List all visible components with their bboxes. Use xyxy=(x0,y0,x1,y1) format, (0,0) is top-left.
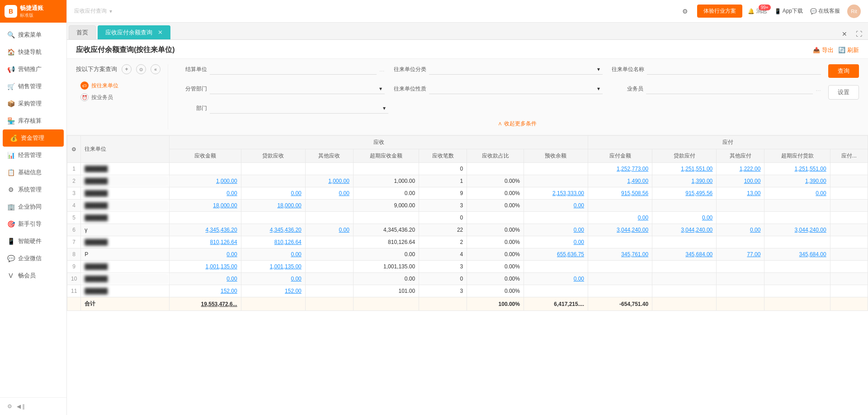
table-cell[interactable]: 2,153,333.00 xyxy=(524,187,588,200)
table-cell[interactable]: 655,636.75 xyxy=(524,248,588,261)
sidebar-item-search[interactable]: 🔍 搜索菜单 xyxy=(0,26,66,43)
table-cell[interactable] xyxy=(305,236,353,248)
table-cell[interactable] xyxy=(524,163,588,175)
table-cell[interactable]: 0.00 xyxy=(524,273,588,285)
table-cell[interactable] xyxy=(241,212,305,224)
table-cell[interactable] xyxy=(652,285,717,297)
sidebar-item-hardware[interactable]: 📱 智能硬件 xyxy=(0,233,66,250)
table-cell[interactable] xyxy=(305,261,353,273)
scheme-wanglai-option[interactable]: 🏷 按往来单位 xyxy=(76,80,160,91)
table-cell[interactable]: 13.00 xyxy=(717,187,764,200)
table-cell[interactable]: 0.00 xyxy=(524,236,588,248)
refresh-button[interactable]: 🔄 刷新 xyxy=(838,46,859,54)
table-cell[interactable] xyxy=(524,285,588,297)
tab-expand-button[interactable]: ⛶ xyxy=(854,29,864,39)
table-cell[interactable] xyxy=(652,236,717,248)
table-cell[interactable] xyxy=(305,273,353,285)
tab-close-window-button[interactable]: ✕ xyxy=(839,29,850,39)
table-cell[interactable]: 0.00 xyxy=(241,273,305,285)
table-cell[interactable]: 1,490.00 xyxy=(588,175,652,187)
sidebar-item-operations[interactable]: 📊 经营管理 xyxy=(0,147,66,164)
app-download-button[interactable]: 📱 App下载 xyxy=(774,7,803,15)
table-cell[interactable]: 152.00 xyxy=(241,285,305,297)
sidebar-item-corp[interactable]: 🏢 企业协同 xyxy=(0,198,66,215)
table-cell[interactable]: 1,001,135.00 xyxy=(241,261,305,273)
table-cell[interactable]: 345,684.00 xyxy=(764,248,830,261)
collapse-more-button[interactable]: ∧ 收起更多条件 xyxy=(175,118,859,129)
table-cell[interactable]: 0.00 xyxy=(170,273,241,285)
bumen-select[interactable]: ▾ xyxy=(210,103,388,114)
wanglai-xing-select[interactable]: ▾ xyxy=(429,84,603,94)
table-cell[interactable]: 915,495.56 xyxy=(652,187,717,200)
table-cell[interactable] xyxy=(524,212,588,224)
filter-add-button[interactable]: + xyxy=(122,64,132,74)
topbar-gear-button[interactable]: ⚙ xyxy=(679,5,692,18)
table-cell[interactable] xyxy=(305,212,353,224)
table-cell[interactable]: 345,761.00 xyxy=(588,248,652,261)
table-cell[interactable] xyxy=(764,212,830,224)
table-cell[interactable]: 810,126.64 xyxy=(170,236,241,248)
message-button[interactable]: 🔔 消息 99+ xyxy=(748,7,767,15)
table-cell[interactable]: 0.00 xyxy=(764,187,830,200)
table-cell[interactable]: 0.00 xyxy=(524,224,588,236)
table-cell[interactable]: 0.00 xyxy=(241,187,305,200)
footer-ar-total[interactable]: 19,553,472,6... xyxy=(170,297,241,311)
table-cell[interactable]: 1,252,773.00 xyxy=(588,163,652,175)
table-cell[interactable]: 1,390.00 xyxy=(652,175,717,187)
sidebar-item-sales[interactable]: 🛒 销售管理 xyxy=(0,78,66,95)
table-cell[interactable] xyxy=(524,175,588,187)
collapse-icon[interactable]: ◀ ‖ xyxy=(17,403,25,410)
tab-close-icon[interactable]: ✕ xyxy=(158,29,163,36)
jiesuan-dots[interactable]: … xyxy=(379,67,385,73)
table-cell[interactable] xyxy=(305,285,353,297)
filter-collapse-button[interactable]: « xyxy=(151,64,160,74)
table-cell[interactable]: 77.00 xyxy=(717,248,764,261)
table-cell[interactable] xyxy=(170,212,241,224)
table-cell[interactable]: 0.00 xyxy=(652,212,717,224)
table-cell[interactable]: 100.00 xyxy=(717,175,764,187)
table-cell[interactable] xyxy=(588,236,652,248)
table-cell[interactable]: 0.00 xyxy=(305,187,353,200)
table-cell[interactable]: 0.00 xyxy=(524,200,588,212)
table-cell[interactable]: 3,044,240.00 xyxy=(652,224,717,236)
table-cell[interactable]: 345,684.00 xyxy=(652,248,717,261)
tab-ar-query[interactable]: 应收应付余额查询 ✕ xyxy=(98,25,170,39)
user-avatar[interactable]: Rit xyxy=(847,5,861,18)
table-cell[interactable] xyxy=(588,285,652,297)
filter-options-button[interactable]: ⊙ xyxy=(136,64,146,74)
table-cell[interactable] xyxy=(652,261,717,273)
sidebar-item-marketing[interactable]: 📢 营销推广 xyxy=(0,61,66,78)
table-cell[interactable]: 0.00 xyxy=(717,224,764,236)
table-cell[interactable]: 1,390.00 xyxy=(764,175,830,187)
table-cell[interactable] xyxy=(305,248,353,261)
table-cell[interactable] xyxy=(588,273,652,285)
table-cell[interactable]: 1,001,135.00 xyxy=(170,261,241,273)
table-cell[interactable] xyxy=(241,175,305,187)
table-cell[interactable]: 0.00 xyxy=(588,212,652,224)
table-cell[interactable]: 810,126.64 xyxy=(241,236,305,248)
table-cell[interactable]: 4,345,436.20 xyxy=(170,224,241,236)
table-cell[interactable] xyxy=(241,163,305,175)
table-cell[interactable]: 0.00 xyxy=(305,224,353,236)
promo-button[interactable]: 体验行业方案 xyxy=(697,5,742,18)
sidebar-item-finance[interactable]: 💰 资金管理 xyxy=(3,129,64,147)
table-cell[interactable] xyxy=(588,261,652,273)
table-cell[interactable] xyxy=(717,200,764,212)
table-cell[interactable]: 915,508.56 xyxy=(588,187,652,200)
yewuyuan-input[interactable] xyxy=(646,84,813,94)
table-cell[interactable] xyxy=(588,200,652,212)
sidebar-item-basic[interactable]: 📋 基础信息 xyxy=(0,164,66,181)
query-button[interactable]: 查询 xyxy=(828,64,859,78)
table-cell[interactable] xyxy=(764,261,830,273)
table-cell[interactable] xyxy=(717,261,764,273)
table-cell[interactable]: 3,044,240.00 xyxy=(764,224,830,236)
sidebar-item-guide[interactable]: 🎯 新手引导 xyxy=(0,215,66,233)
jiesuan-input[interactable] xyxy=(210,64,377,75)
sidebar-item-quick[interactable]: 🏠 快捷导航 xyxy=(0,43,66,61)
sidebar-item-purchase[interactable]: 📦 采购管理 xyxy=(0,95,66,112)
sidebar-item-inventory[interactable]: 🏪 库存核算 xyxy=(0,112,66,129)
scheme-yewuyuan-option[interactable]: ⏰ 按业务员 xyxy=(76,91,160,103)
th-gear[interactable]: ⚙ xyxy=(67,136,81,163)
table-cell[interactable]: 1,251,551.00 xyxy=(652,163,717,175)
table-cell[interactable]: 0.00 xyxy=(170,248,241,261)
